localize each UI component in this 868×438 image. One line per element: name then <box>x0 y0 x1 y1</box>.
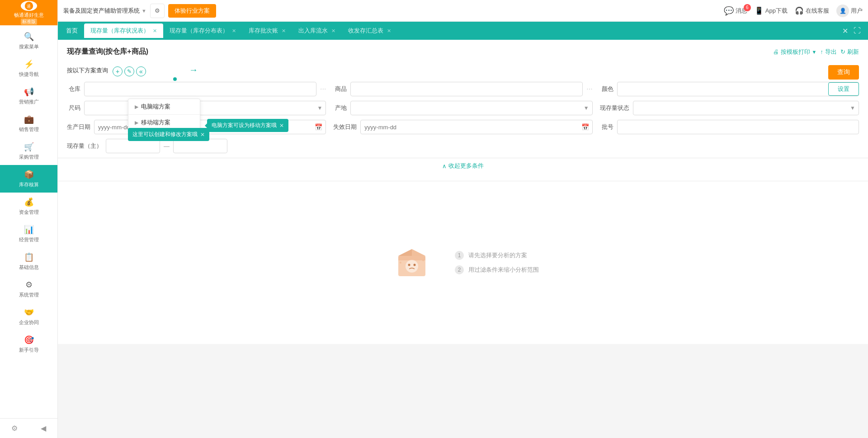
close-all-tabs-btn[interactable]: ✕ <box>840 26 850 36</box>
tab-inventory-status[interactable]: 现存量（库存状况表） ✕ <box>84 24 163 38</box>
print-template-btn[interactable]: 🖨 按模板打印 ▼ <box>773 48 817 56</box>
sidebar-item-search[interactable]: 🔍 搜索菜单 <box>0 27 57 55</box>
sidebar-item-sales[interactable]: 💼 销售管理 <box>0 110 57 137</box>
sidebar-label-inventory: 库存核算 <box>19 181 39 188</box>
query-button[interactable]: 查询 <box>828 65 859 80</box>
tooltip-2-close[interactable]: ✕ <box>200 132 205 138</box>
sidebar-label-enterprise: 企业协同 <box>19 319 39 326</box>
settings-query-btn[interactable]: 设置 <box>828 82 859 96</box>
sidebar-item-enterprise[interactable]: 🤝 企业协同 <box>0 303 57 330</box>
sidebar-label-search: 搜索菜单 <box>19 43 39 50</box>
sidebar-item-quick-nav[interactable]: ⚡ 快捷导航 <box>0 55 57 82</box>
expiry-date-input[interactable] <box>360 120 592 134</box>
inventory-status-select[interactable] <box>633 101 859 115</box>
scheme-pc-item[interactable]: ▶ 电脑端方案 <box>128 99 200 115</box>
batch-no-field: 批号 <box>600 120 859 134</box>
tab-close-inout-flow[interactable]: ✕ <box>331 28 335 34</box>
app-download-wrap[interactable]: 📱 App下载 <box>755 6 788 15</box>
sidebar-item-operations[interactable]: 📊 经营管理 <box>0 220 57 248</box>
sidebar-item-inventory[interactable]: 📦 库存核算 <box>0 165 57 193</box>
edit-scheme-btn[interactable]: ✎ <box>124 66 134 76</box>
page-title: 现存量查询(按仓库+商品) <box>67 47 148 57</box>
sidebar-item-basic-info[interactable]: 📋 基础信息 <box>0 248 57 275</box>
tab-close-batch[interactable]: ✕ <box>282 28 286 34</box>
step-1-num: 1 <box>455 251 464 260</box>
finance-icon: 💰 <box>24 197 34 207</box>
add-scheme-btn[interactable]: + <box>113 66 123 76</box>
color-field: 颜色 ▼ <box>600 82 859 96</box>
export-btn[interactable]: ↑ 导出 <box>821 48 837 56</box>
tab-close-recv-send[interactable]: ✕ <box>387 28 391 34</box>
svg-point-8 <box>414 264 416 266</box>
user-wrap[interactable]: 👤 用户 <box>836 5 863 17</box>
goods-dots[interactable]: ··· <box>586 85 592 93</box>
action-buttons: 查询 设置 <box>828 65 859 96</box>
solution-button[interactable]: 体验行业方案 <box>168 4 216 18</box>
batch-no-input[interactable] <box>617 120 859 134</box>
collapse-btn[interactable]: ∧ 收起更多条件 <box>67 158 859 174</box>
system-settings-btn[interactable]: ⚙ <box>150 4 165 18</box>
tab-inventory-dist[interactable]: 现存量（库存分布表） ✕ <box>163 24 242 38</box>
message-icon: 💬 <box>724 6 734 16</box>
chevron-down-icon: ▼ <box>142 8 146 14</box>
sidebar-item-guide[interactable]: 🎯 新手引导 <box>0 330 57 358</box>
tab-right-buttons: ✕ ⛶ <box>837 26 866 36</box>
collapse-up-icon: ∧ <box>442 163 447 170</box>
tab-home[interactable]: 首页 <box>60 24 84 38</box>
origin-field: 产地 ▼ <box>333 101 592 115</box>
query-area: 现存量查询(按仓库+商品) 🖨 按模板打印 ▼ ↑ 导出 ↻ 刷新 <box>58 40 868 181</box>
tab-inout-flow[interactable]: 出入库流水 ✕ <box>292 24 342 38</box>
sidebar-item-purchase[interactable]: 🛒 采购管理 <box>0 137 57 165</box>
message-badge: 6 <box>744 4 751 11</box>
tab-inventory-dist-label: 现存量（库存分布表） <box>170 27 228 35</box>
enterprise-icon: 🤝 <box>24 307 34 317</box>
warehouse-dots[interactable]: ··· <box>320 85 326 93</box>
settings-bottom-btn[interactable]: ⚙ <box>9 422 19 434</box>
logo-icon: 通 <box>21 1 37 11</box>
online-service-wrap[interactable]: 🎧 在线客服 <box>795 6 829 15</box>
goods-input[interactable] <box>350 82 583 96</box>
step-1-text: 请先选择要分析的方案 <box>468 251 527 259</box>
sidebar-item-finance[interactable]: 💰 资金管理 <box>0 193 57 220</box>
tab-recv-send-label: 收发存汇总表 <box>348 27 383 35</box>
svg-point-7 <box>408 264 410 266</box>
prev-scheme-btn[interactable]: « <box>136 66 146 76</box>
refresh-btn[interactable]: ↻ 刷新 <box>840 48 859 56</box>
tab-close-inventory-dist[interactable]: ✕ <box>232 28 236 34</box>
production-date-label: 生产日期 <box>67 123 90 131</box>
inventory-status-field: 现存量状态 ▼ <box>600 101 859 115</box>
app-name: 畅通通好生意 <box>14 12 44 19</box>
dot-indicator <box>173 77 177 81</box>
origin-select-wrap: ▼ <box>350 101 592 115</box>
sidebar-item-marketing[interactable]: 📢 营销推广 <box>0 82 57 110</box>
sidebar-label-guide: 新手引导 <box>19 347 39 353</box>
sidebar-label-system: 系统管理 <box>19 292 39 298</box>
query-label-text: 按以下方案查询 <box>67 66 108 75</box>
tab-bar: 首页 现存量（库存状况表） ✕ 现存量（库存分布表） ✕ 库存批次账 ✕ 出入库… <box>58 22 868 40</box>
warehouse-input[interactable] <box>84 82 316 96</box>
sidebar-label-operations: 经营管理 <box>19 236 39 243</box>
sales-icon: 💼 <box>24 114 34 124</box>
range-separator: — <box>164 143 170 150</box>
tab-inout-flow-label: 出入库流水 <box>298 27 328 35</box>
collapse-row-wrap: ∧ 收起更多条件 <box>58 158 868 174</box>
tooltip-1-close[interactable]: ✕ <box>279 122 284 129</box>
color-select[interactable] <box>617 82 859 96</box>
search-nav-icon: 🔍 <box>24 32 34 42</box>
origin-select[interactable] <box>350 101 592 115</box>
tab-close-inventory-status[interactable]: ✕ <box>153 28 157 34</box>
svg-point-6 <box>406 260 418 273</box>
empty-step-1: 1 请先选择要分析的方案 <box>455 251 539 260</box>
message-wrap[interactable]: 💬 6 消息 <box>724 6 747 16</box>
collapse-sidebar-btn[interactable]: ◀ <box>39 422 48 434</box>
step-2-num: 2 <box>455 265 464 274</box>
page-title-row: 现存量查询(按仓库+商品) 🖨 按模板打印 ▼ ↑ 导出 ↻ 刷新 <box>67 47 859 57</box>
tab-batch[interactable]: 库存批次账 ✕ <box>242 24 292 38</box>
sidebar-item-system[interactable]: ⚙ 系统管理 <box>0 275 57 303</box>
chevron-down-icon: ▼ <box>812 49 817 55</box>
header-right: 💬 6 消息 📱 App下载 🎧 在线客服 👤 用户 <box>724 5 863 17</box>
size-select[interactable] <box>84 101 326 115</box>
sidebar: 通 畅通通好生意 标准版 🔍 搜索菜单 ⚡ 快捷导航 📢 营销推广 💼 销售管理… <box>0 0 58 438</box>
tab-recv-send[interactable]: 收发存汇总表 ✕ <box>342 24 397 38</box>
fullscreen-btn[interactable]: ⛶ <box>852 26 863 36</box>
